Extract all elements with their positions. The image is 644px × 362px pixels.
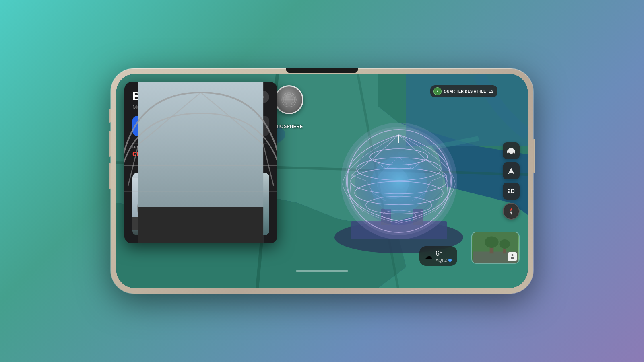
photo-item-2[interactable]	[207, 173, 269, 235]
2d-view-button[interactable]: 2D	[503, 183, 520, 200]
biosphere-label: BIOSPHÈRE	[275, 124, 303, 129]
phone-notch	[286, 68, 358, 73]
svg-marker-54	[508, 148, 514, 150]
svg-point-64	[485, 237, 498, 248]
streetview-thumbnail[interactable]	[471, 232, 520, 264]
map-background: BIOSPHÈRE + QUARTIER DES ATHLETES	[116, 74, 528, 288]
volume-down-button	[109, 163, 111, 189]
aqi-display: AQI 2	[436, 258, 452, 263]
biosphere-map-pin: BIOSPHÈRE	[275, 85, 303, 129]
car-routing-button[interactable]	[503, 142, 520, 159]
photo-strip[interactable]	[132, 173, 269, 235]
svg-marker-57	[508, 168, 514, 174]
pin-bubble-inner	[277, 88, 301, 112]
svg-rect-91	[207, 207, 264, 235]
pin-line	[289, 114, 289, 122]
quartier-icon: +	[433, 87, 442, 95]
map-controls: 2D	[503, 142, 520, 220]
quartier-text: QUARTIER DES ATHLETES	[444, 89, 493, 94]
streetview-person-icon	[508, 252, 517, 261]
photo-image-2	[207, 173, 269, 235]
power-button	[533, 139, 535, 173]
location-info-panel: Biosphère Museum · Montréal, Quebec ×	[124, 82, 277, 243]
phone-container: BIOSPHÈRE + QUARTIER DES ATHLETES	[111, 68, 533, 294]
temperature-display: 6°	[436, 249, 452, 258]
biosphere-3d-model	[318, 105, 487, 257]
silent-switch	[109, 109, 111, 123]
location-button[interactable]	[503, 162, 520, 179]
phone-shell: BIOSPHÈRE + QUARTIER DES ATHLETES	[111, 68, 533, 294]
quartier-badge: + QUARTIER DES ATHLETES	[430, 85, 497, 97]
svg-point-66	[500, 239, 510, 249]
2d-label: 2D	[508, 188, 515, 194]
pin-bubble	[275, 85, 303, 114]
svg-point-44	[377, 167, 409, 199]
svg-point-60	[510, 210, 512, 212]
svg-point-67	[512, 254, 514, 256]
weather-cloud-icon: ☁	[425, 252, 432, 261]
compass-button[interactable]	[503, 203, 520, 220]
scroll-indicator	[296, 270, 348, 272]
volume-up-button	[109, 131, 111, 157]
aqi-dot	[448, 259, 452, 262]
svg-line-95	[263, 173, 269, 186]
weather-widget: ☁ 6° AQI 2	[419, 246, 457, 266]
phone-screen: BIOSPHÈRE + QUARTIER DES ATHLETES	[116, 74, 528, 288]
streetview-image	[472, 232, 519, 263]
svg-text:+: +	[437, 90, 438, 93]
